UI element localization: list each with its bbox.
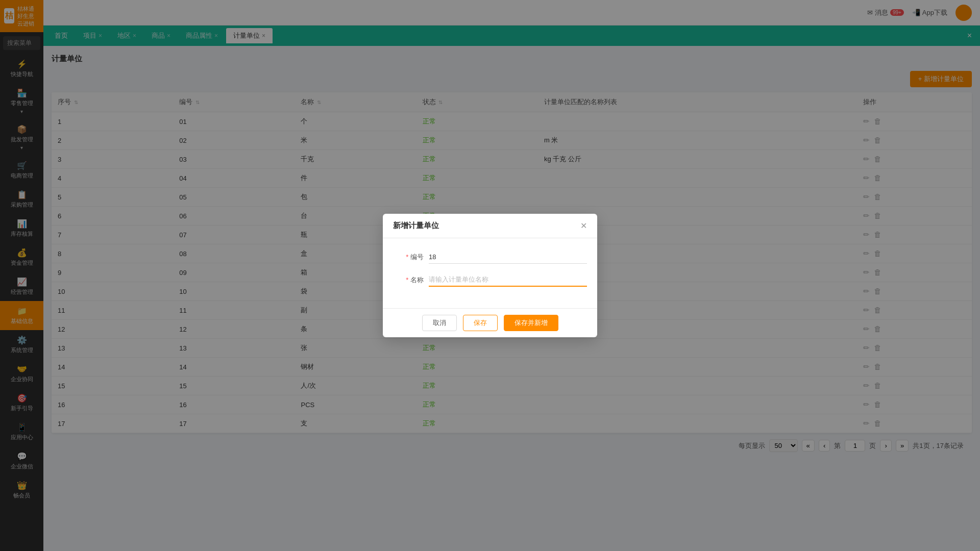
code-field-row: * 编号 <box>393 251 587 264</box>
add-unit-modal: 新增计量单位 ✕ * 编号 * 名称 取消 保存 保存并新增 <box>383 214 597 337</box>
name-label: * 名称 <box>393 276 424 285</box>
modal-overlay: 新增计量单位 ✕ * 编号 * 名称 取消 保存 保存并新增 <box>0 0 980 551</box>
name-required-mark: * <box>406 276 408 284</box>
save-and-new-button[interactable]: 保存并新增 <box>504 315 558 331</box>
code-label: * 编号 <box>393 253 424 262</box>
modal-title: 新增计量单位 <box>393 221 439 231</box>
code-required-mark: * <box>406 253 408 261</box>
code-input[interactable] <box>429 251 587 264</box>
cancel-button[interactable]: 取消 <box>422 315 457 331</box>
name-field-row: * 名称 <box>393 273 587 287</box>
modal-header: 新增计量单位 ✕ <box>383 214 597 238</box>
name-input[interactable] <box>429 273 587 287</box>
modal-close-button[interactable]: ✕ <box>580 221 587 231</box>
modal-footer: 取消 保存 保存并新增 <box>383 308 597 337</box>
save-button[interactable]: 保存 <box>463 315 498 331</box>
modal-body: * 编号 * 名称 <box>383 238 597 308</box>
